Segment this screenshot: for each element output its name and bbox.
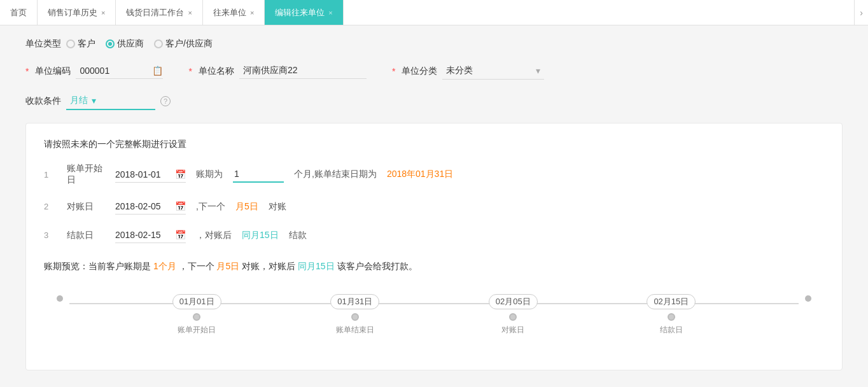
timeline-node-1: 01月01日 账单开始日	[172, 294, 221, 335]
unit-code-label: 单位编码	[35, 66, 71, 77]
radio-both[interactable]: 客户/供应商	[154, 38, 213, 50]
period-prefix-1: 账期为	[196, 169, 223, 180]
unit-details-row: * 单位编码 📋 * 单位名称 * 单位分类 未分类 ▾	[25, 62, 843, 80]
setting-row-2: 2 对账日 📅 ,下一个 月5日 对账	[44, 199, 824, 215]
tab-partner[interactable]: 往来单位 ×	[203, 0, 265, 25]
date-input-3: 📅	[115, 227, 186, 243]
end-dot	[805, 295, 811, 302]
unit-type-row: 单位类型 客户 供应商 客户/供应商	[25, 38, 843, 50]
copy-icon[interactable]: 📋	[152, 66, 163, 76]
row-label-1: 账单开始日	[67, 163, 105, 186]
node-dot-1	[193, 313, 200, 321]
node-date-1: 01月01日	[172, 294, 221, 309]
row-text-2a: ,下一个	[196, 201, 225, 213]
tab-cash-work[interactable]: 钱货日清工作台 ×	[116, 0, 202, 25]
row-label-2: 对账日	[67, 201, 105, 213]
unit-name-field: * 单位名称	[188, 63, 366, 79]
unit-category-star: *	[392, 66, 395, 76]
node-date-4: 02月15日	[647, 294, 696, 309]
settings-card: 请按照未来的一个完整帐期进行设置 1 账单开始日 📅 账期为 个月,账单结束日期…	[25, 123, 843, 370]
period-input-1[interactable]	[233, 166, 284, 183]
tab-cash-work-close[interactable]: ×	[188, 9, 192, 17]
period-unit-1: 个月,账单结束日期为	[294, 169, 377, 180]
cal-icon-3[interactable]: 📅	[175, 230, 186, 240]
row-text-3a: ，对账后	[196, 230, 232, 241]
unit-code-star: *	[25, 66, 29, 76]
unit-code-input-wrap: 📋	[76, 63, 163, 79]
preview-end: 该客户会给我打款。	[337, 261, 417, 271]
tab-partner-close[interactable]: ×	[250, 9, 254, 17]
tab-sales-order[interactable]: 销售订单历史 ×	[38, 0, 116, 25]
unit-type-label: 单位类型	[25, 38, 61, 50]
row-highlight-2: 月5日	[235, 201, 258, 213]
main-content: 单位类型 客户 供应商 客户/供应商 * 单位编码	[0, 25, 868, 387]
unit-category-arrow: ▾	[536, 66, 540, 76]
radio-customer-circle	[66, 39, 75, 48]
radio-customer-label: 客户	[78, 38, 95, 50]
tab-edit-partner-label: 编辑往来单位	[275, 7, 325, 18]
row-text-2b: 对账	[269, 201, 286, 213]
unit-category-field: * 单位分类 未分类 ▾	[392, 62, 544, 80]
tab-home-label: 首页	[10, 7, 27, 18]
radio-both-label: 客户/供应商	[165, 38, 213, 50]
cal-icon-2[interactable]: 📅	[175, 201, 186, 211]
payment-label: 收款条件	[25, 95, 61, 107]
row-num-2: 2	[44, 202, 57, 211]
start-dot	[57, 295, 63, 302]
preview-period: 1个月	[153, 261, 176, 271]
node-label-2: 账单结束日	[336, 325, 374, 335]
timeline-node-3: 02月05日 对账日	[489, 294, 538, 335]
radio-supplier[interactable]: 供应商	[106, 38, 144, 50]
payment-field: 收款条件 月结 ▾ ?	[25, 92, 171, 110]
timeline-wrap: 01月01日 账单开始日 01月31日 账单结束日 02月05日 对账日	[44, 288, 824, 355]
payment-select[interactable]: 月结 ▾	[66, 92, 155, 110]
timeline-nodes: 01月01日 账单开始日 01月31日 账单结束日 02月05日 对账日	[57, 294, 811, 335]
node-date-2: 01月31日	[330, 294, 379, 309]
date-input-2: 📅	[115, 199, 186, 215]
tab-edit-partner-close[interactable]: ×	[328, 9, 332, 17]
cal-icon-1[interactable]: 📅	[175, 169, 186, 179]
tab-sales-order-close[interactable]: ×	[101, 9, 105, 17]
unit-name-input[interactable]	[239, 63, 367, 79]
tab-home[interactable]: 首页	[0, 0, 38, 25]
unit-category-label: 单位分类	[402, 66, 437, 77]
card-title: 请按照未来的一个完整帐期进行设置	[44, 139, 824, 150]
node-label-3: 对账日	[501, 325, 524, 335]
unit-type-field: 单位类型 客户 供应商 客户/供应商	[25, 38, 213, 50]
period-end-date-1: 2018年01月31日	[387, 169, 453, 180]
unit-code-input[interactable]	[76, 63, 152, 78]
unit-code-field: * 单位编码 📋	[25, 63, 163, 79]
radio-both-circle	[154, 39, 163, 48]
date-field-2[interactable]	[115, 199, 172, 214]
date-field-3[interactable]	[115, 227, 172, 243]
radio-customer[interactable]: 客户	[66, 38, 95, 50]
preview-section: 账期预览：当前客户账期是 1个月 ，下一个 月5日 对账，对账后 同月15日 该…	[44, 256, 824, 288]
timeline-start	[57, 295, 63, 302]
help-icon[interactable]: ?	[160, 96, 171, 106]
unit-name-star: *	[188, 66, 192, 76]
tab-cash-work-label: 钱货日清工作台	[126, 7, 184, 18]
tabs-arrow[interactable]: ›	[854, 0, 868, 25]
row-num-3: 3	[44, 230, 57, 240]
radio-group: 客户 供应商 客户/供应商	[66, 38, 213, 50]
node-label-1: 账单开始日	[178, 325, 216, 335]
timeline-node-4: 02月15日 结款日	[647, 294, 696, 335]
row-text-3b: 结款	[289, 230, 307, 241]
payment-row: 收款条件 月结 ▾ ?	[25, 92, 843, 110]
tab-edit-partner[interactable]: 编辑往来单位 ×	[265, 0, 343, 25]
node-date-3: 02月05日	[489, 294, 538, 309]
preview-date: 月5日	[216, 261, 239, 271]
row-num-1: 1	[44, 170, 57, 179]
radio-supplier-circle	[106, 39, 115, 48]
node-dot-3	[509, 313, 517, 321]
unit-category-select[interactable]: 未分类 ▾	[442, 62, 544, 80]
preview-prefix: 账期预览：当前客户账期是	[44, 261, 151, 271]
tabs-bar: 首页 销售订单历史 × 钱货日清工作台 × 往来单位 × 编辑往来单位 × ›	[0, 0, 868, 25]
unit-category-value: 未分类	[446, 65, 532, 76]
timeline-node-2: 01月31日 账单结束日	[330, 294, 379, 335]
payment-value: 月结	[70, 95, 88, 106]
preview-text2: 对账，对账后	[242, 261, 295, 271]
tab-partner-label: 往来单位	[213, 7, 246, 18]
date-field-1[interactable]	[115, 167, 172, 182]
node-label-4: 结款日	[660, 325, 683, 335]
